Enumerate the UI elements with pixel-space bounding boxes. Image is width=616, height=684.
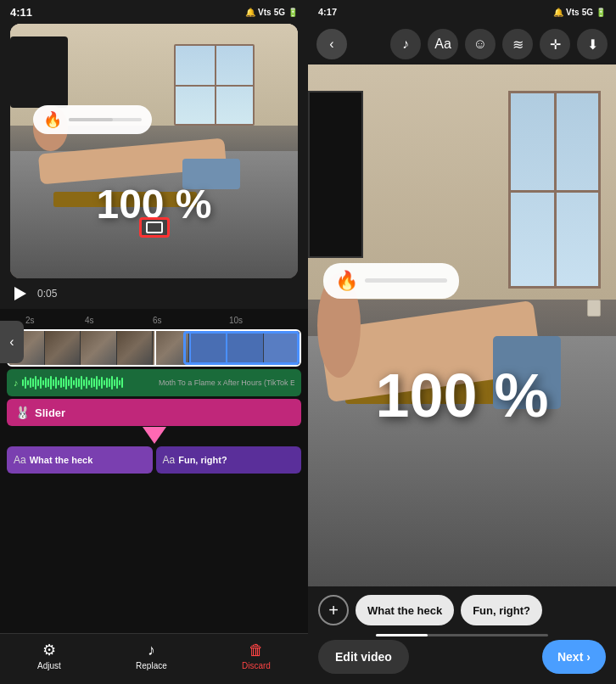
draw-button[interactable]: ≋ [502,29,533,59]
slider-track[interactable]: 🐰 Slider [7,399,301,426]
time-display: 0:05 [37,288,57,300]
left-panel: 4:11 🔔 Vts 5G 🔋 🔥 1 [0,0,308,684]
add-sticker-button[interactable]: + [318,595,349,625]
playback-bar: 0:05 [0,278,308,309]
music-icon: ♪ [402,36,409,52]
adjust-button[interactable]: ⚙ Adjust [37,641,61,670]
next-label: Next [557,650,583,664]
status-icons-left: 🔔 Vts 5G 🔋 [245,8,298,17]
tv-icon-left [10,36,68,108]
progress-bar-fill [376,634,428,636]
slider-sticker-right[interactable]: 🔥 [323,263,459,299]
adjust-label: Adjust [37,661,61,670]
replace-label: Replace [136,661,167,670]
emoji-icon: ☺ [473,36,487,52]
text-track-label-1: What the heck [30,455,93,465]
move-button[interactable]: ✛ [540,29,570,59]
slider-bar-right [365,278,447,283]
status-bar-left: 4:11 🔔 Vts 5G 🔋 [0,0,308,24]
audio-waveform [22,376,156,390]
audio-track[interactable]: ♪ [7,369,301,396]
slider-track-container: 🐰 Slider [0,399,308,444]
room-right: 🔥 100 % [308,64,616,586]
playhead [154,331,156,365]
adjust-icon: ⚙ [42,641,56,659]
status-icons-right: 🔔 Vts 5G 🔋 [553,8,606,17]
move-icon: ✛ [550,36,561,53]
discard-label: Discard [242,661,271,670]
arrow-down-icon [143,427,166,444]
download-button[interactable]: ⬇ [577,29,608,59]
window-left [174,44,255,126]
slider-track-emoji: 🐰 [15,406,30,419]
bottom-toolbar-left: ⚙ Adjust ♪ Replace 🗑 Discard [0,633,308,684]
right-bottom: + What the heck Fun, right? Edit video N… [308,586,616,684]
slider-sticker-left[interactable]: 🔥 [33,105,152,134]
video-track[interactable] [7,329,301,367]
selected-element-left[interactable] [139,217,170,238]
time-right: 4:17 [318,7,337,17]
slider-track-label: Slider [35,406,65,419]
chevron-right-icon: › [586,650,591,664]
emoji-button[interactable]: ☺ [465,29,496,59]
outlet [587,300,601,317]
window-right [508,91,601,289]
text-track-1[interactable]: Aa What the heck [7,446,153,474]
sticker-buttons-row: + What the heck Fun, right? [318,595,606,625]
replace-button[interactable]: ♪ Replace [136,642,167,670]
audio-label: Moth To a Flame x After Hours (TikTok Ed… [159,378,294,387]
slider-bar-left [69,118,142,121]
progress-bar [376,634,548,636]
draw-icon: ≋ [512,36,524,53]
next-button[interactable]: Next › [542,640,606,674]
download-icon: ⬇ [587,36,598,53]
top-toolbar-right: ‹ ♪ Aa ☺ ≋ ✛ ⬇ [308,24,616,64]
tv-icon-right [308,91,363,258]
play-button[interactable] [10,283,31,304]
edit-video-button[interactable]: Edit video [318,640,409,674]
music-button[interactable]: ♪ [390,29,421,59]
discard-button[interactable]: 🗑 Discard [242,642,271,670]
music-icon-track: ♪ [14,378,19,388]
text-tracks-row: Aa What the heck Aa Fun, right? [7,446,301,474]
text-icon-1: Aa [14,454,26,466]
text-icon: Aa [434,36,451,52]
timeline-ruler: 2s 4s 6s 10s [0,312,308,328]
timeline-area[interactable]: 2s 4s 6s 10s ♪ [0,309,308,633]
video-preview-left: 🔥 100 % [10,24,298,278]
text-track-label-2: Fun, right? [178,455,227,465]
plus-icon: + [328,601,339,620]
replace-icon: ♪ [148,642,155,659]
status-bar-right: 4:17 🔔 Vts 5G 🔋 [308,0,616,24]
slider-emoji-right: 🔥 [335,270,358,292]
discard-icon: 🗑 [249,642,264,659]
text-track-2[interactable]: Aa Fun, right? [156,446,302,474]
slider-emoji-left: 🔥 [43,110,62,129]
sticker-label-2: Fun, right? [473,604,530,617]
right-panel: 4:17 🔔 Vts 5G 🔋 ‹ ♪ Aa ☺ ≋ ✛ ⬇ [308,0,616,684]
right-bottom-actions: Edit video Next › [318,640,606,674]
time-left: 4:11 [10,6,32,19]
percent-text-right: 100 % [375,361,548,430]
text-icon-2: Aa [163,454,176,466]
sticker-label-1: What the heck [367,604,442,617]
sticker-button-2[interactable]: Fun, right? [461,595,542,625]
edit-video-label: Edit video [335,650,392,664]
video-area-right: 🔥 100 % [308,64,616,586]
text-button[interactable]: Aa [428,29,458,59]
sticker-button-1[interactable]: What the heck [356,595,454,625]
back-arrow-left[interactable]: ‹ [0,321,24,363]
back-button-right[interactable]: ‹ [316,29,347,59]
